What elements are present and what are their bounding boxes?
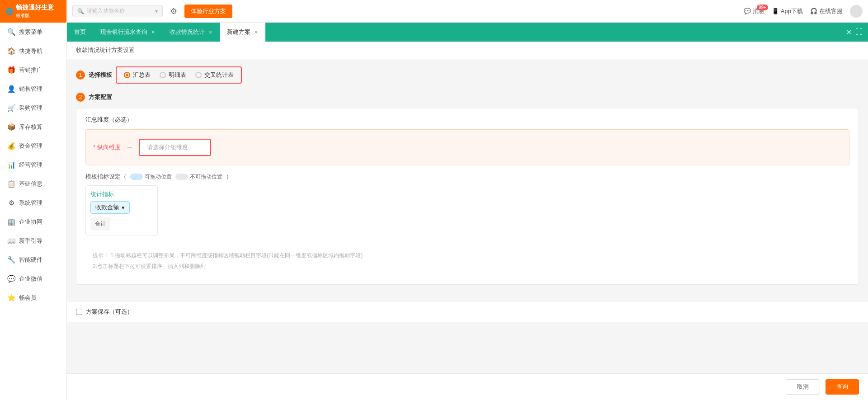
search-placeholder: 请输入功能名称: [87, 7, 125, 15]
template-options-container: 汇总表 明细表 交叉统计表: [116, 66, 242, 84]
metrics-table-header: 统计指标: [90, 190, 153, 198]
metrics-setting-label: 模板指标设定（: [85, 173, 127, 181]
non-draggable-label: 不可拖动位置: [190, 173, 222, 181]
template-cross-label: 交叉统计表: [204, 71, 234, 79]
gear-icon[interactable]: ⚙: [170, 6, 177, 16]
step1-header: 1 选择模板 汇总表 明细表: [76, 66, 859, 84]
sidebar-item-search-menu[interactable]: 🔍 搜索菜单: [0, 23, 66, 42]
query-button[interactable]: 查询: [826, 379, 859, 395]
radio-detail[interactable]: [160, 72, 166, 78]
maximize-icon[interactable]: ⛶: [855, 28, 863, 36]
dimension-arrow: →: [126, 143, 133, 151]
sidebar-icon-corp: 🏢: [7, 218, 15, 226]
sidebar-label-member: 畅会员: [19, 294, 37, 302]
step2-title: 方案配置: [89, 93, 112, 101]
sidebar-label-sales: 销售管理: [19, 85, 42, 93]
tab-new-plan[interactable]: 新建方案✕: [220, 23, 265, 42]
metrics-subtotal: 合计: [90, 217, 110, 231]
sidebar-item-basics[interactable]: 📋 基础信息: [0, 174, 66, 193]
sidebar-label-finance: 资金管理: [19, 142, 42, 150]
sidebar-icon-purchase: 🛒: [7, 104, 15, 112]
metrics-tag-collection[interactable]: 收款金额 ▾: [90, 201, 130, 214]
dimension-title: 汇总维度（必选）: [85, 116, 849, 124]
sidebar-label-marketing: 营销推广: [19, 66, 42, 74]
tab-home[interactable]: 首页: [67, 23, 93, 42]
page-header: 收款情况统计方案设置: [67, 42, 868, 59]
tab-close-bank-flow[interactable]: ✕: [151, 29, 155, 35]
tips-area: 提示： 1.拖动标题栏可以调整布局，不可跨维度或指标区域拖动栏目字段(只能在同一…: [85, 245, 849, 277]
sidebar-label-system: 系统管理: [19, 199, 42, 207]
tab-close-new-plan[interactable]: ✕: [254, 29, 258, 35]
sidebar-item-finance[interactable]: 💰 资金管理: [0, 136, 66, 155]
sidebar-icon-quick-nav: 🏠: [7, 47, 15, 55]
save-option-label: 方案保存（可选）: [86, 308, 133, 316]
draggable-indicator-wrap: 可拖动位置: [130, 173, 172, 181]
step2-card: 汇总维度（必选） * 纵向维度 → 请选择分组维度: [76, 108, 859, 285]
sidebar-item-system[interactable]: ⚙ 系统管理: [0, 193, 66, 212]
search-box[interactable]: 🔍 请输入功能名称 ▾: [72, 5, 163, 17]
download-label: App下载: [781, 7, 803, 15]
step1-title: 选择模板: [89, 71, 112, 79]
template-option-detail[interactable]: 明细表: [160, 71, 186, 79]
sidebar-label-corp: 企业协同: [19, 218, 42, 226]
logo-icon: 🌐: [5, 8, 13, 15]
sidebar-label-hardware: 智能硬件: [19, 256, 42, 264]
radio-cross[interactable]: [195, 72, 202, 78]
sidebar-icon-sales: 👤: [7, 85, 15, 93]
sidebar-icon-operation: 📊: [7, 161, 15, 169]
step2-section: 2 方案配置 汇总维度（必选） * 纵向维度 → 请选择分组维度: [76, 93, 859, 285]
step2-num: 2: [76, 93, 85, 102]
sidebar-item-hardware[interactable]: 🔧 智能硬件: [0, 250, 66, 269]
logo-text: 畅捷通好生意: [16, 4, 54, 12]
message-btn[interactable]: 💬 消息 99+: [744, 7, 764, 15]
sidebar-item-purchase[interactable]: 🛒 采购管理: [0, 99, 66, 118]
tab-close-collection-stats[interactable]: ✕: [208, 29, 212, 35]
service-label: 在线客服: [819, 7, 843, 15]
sidebar-item-sales[interactable]: 👤 销售管理: [0, 80, 66, 99]
sidebar-item-guide[interactable]: 📖 新手引导: [0, 231, 66, 250]
radio-summary[interactable]: [124, 72, 130, 78]
group-dimension-selector[interactable]: 请选择分组维度: [139, 139, 211, 156]
avatar[interactable]: [850, 5, 863, 18]
tab-label-bank-flow: 现金银行流水查询: [100, 28, 147, 36]
sidebar-label-guide: 新手引导: [19, 237, 42, 245]
sidebar-item-marketing[interactable]: 🎁 营销推广: [0, 61, 66, 80]
bottom-action-bar: 取消 查询: [67, 373, 868, 400]
sidebar-label-operation: 经营管理: [19, 161, 42, 169]
page-title: 收款情况统计方案设置: [76, 47, 135, 53]
cancel-button[interactable]: 取消: [786, 379, 820, 395]
dimension-area: * 纵向维度 → 请选择分组维度: [85, 129, 849, 165]
topbar: 🔍 请输入功能名称 ▾ ⚙ 体验行业方案 💬 消息 99+ 📱 App下载 🎧 …: [67, 0, 868, 23]
step1-section: 1 选择模板 汇总表 明细表: [76, 66, 859, 84]
draggable-indicator: [130, 174, 143, 180]
footer-section: 方案保存（可选）: [67, 301, 868, 322]
service-icon: 🎧: [810, 8, 817, 14]
template-option-summary[interactable]: 汇总表: [124, 71, 151, 79]
industry-btn[interactable]: 体验行业方案: [184, 5, 232, 18]
download-btn[interactable]: 📱 App下载: [772, 7, 803, 15]
main-area: 🔍 请输入功能名称 ▾ ⚙ 体验行业方案 💬 消息 99+ 📱 App下载 🎧 …: [67, 0, 868, 400]
service-btn[interactable]: 🎧 在线客服: [810, 7, 843, 15]
non-draggable-indicator: [175, 174, 188, 180]
template-option-cross[interactable]: 交叉统计表: [195, 71, 234, 79]
metrics-tag-row: 收款金额 ▾: [90, 201, 153, 214]
sidebar-icon-guide: 📖: [7, 237, 15, 245]
message-badge: 99+: [757, 5, 768, 10]
tab-bank-flow[interactable]: 现金银行流水查询✕: [93, 23, 162, 42]
metrics-tag-dropdown-icon: ▾: [122, 204, 125, 211]
search-icon: 🔍: [77, 8, 84, 14]
sidebar-label-inventory: 库存核算: [19, 123, 42, 131]
logo-sub: 标准版: [16, 13, 54, 19]
sidebar-item-inventory[interactable]: 📦 库存核算: [0, 118, 66, 136]
sidebar-item-quick-nav[interactable]: 🏠 快捷导航: [0, 42, 66, 61]
close-window-icon[interactable]: ✕: [846, 28, 852, 37]
sidebar-item-wechat[interactable]: 💬 企业微信: [0, 269, 66, 288]
tab-collection-stats[interactable]: 收款情况统计✕: [162, 23, 220, 42]
sidebar-icon-member: ⭐: [7, 294, 15, 302]
save-checkbox[interactable]: [76, 309, 82, 315]
sidebar-item-corp[interactable]: 🏢 企业协同: [0, 212, 66, 231]
sidebar-icon-finance: 💰: [7, 142, 15, 150]
sidebar-icon-search-menu: 🔍: [7, 28, 15, 36]
sidebar-item-operation[interactable]: 📊 经营管理: [0, 155, 66, 174]
sidebar-item-member[interactable]: ⭐ 畅会员: [0, 288, 66, 307]
